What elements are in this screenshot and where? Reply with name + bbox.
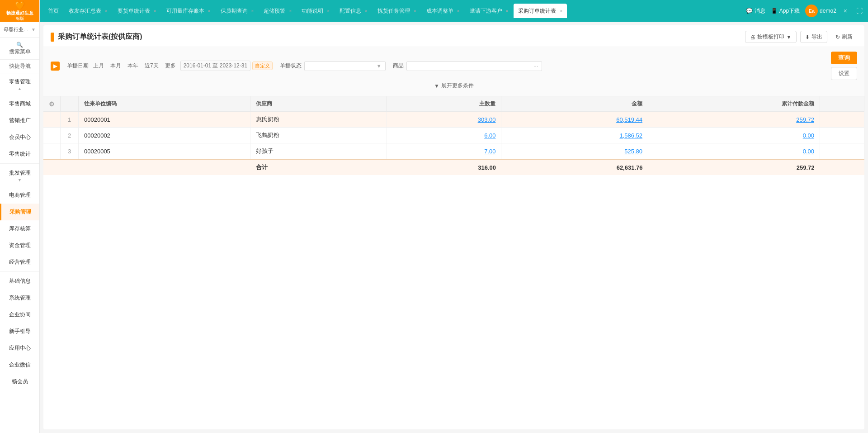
export-icon: ⬇ xyxy=(805,34,810,40)
sidebar-item-enterprise-collab[interactable]: 企业协同 xyxy=(0,306,39,323)
logo-icon: 🧡 xyxy=(6,0,33,10)
row-cumulative-payment-0[interactable]: 259.72 xyxy=(648,112,820,128)
date-prev-month[interactable]: 上月 xyxy=(91,61,106,71)
sidebar-item-inventory-check[interactable]: 库存核算 xyxy=(0,220,39,237)
filter-expand-icon[interactable]: ▶ xyxy=(51,62,60,71)
tab-func-desc[interactable]: 功能说明 × xyxy=(297,4,334,18)
sidebar-item-ops-mgmt[interactable]: 经营管理 xyxy=(0,254,39,271)
tab-purchase-order-stats-label: 采购订单统计表 xyxy=(518,7,556,15)
goods-label: 商品 xyxy=(393,62,404,70)
tab-config-info-label: 配置信息 xyxy=(340,7,361,15)
tab-stock-task[interactable]: 拣货任务管理 × xyxy=(373,4,421,18)
expand-more-container: ▼ 展开更多条件 xyxy=(51,80,857,91)
sidebar-item-retail-stats[interactable]: 零售统计 xyxy=(0,146,39,162)
tab-purchase-order-stats[interactable]: 采购订单统计表 × xyxy=(514,4,567,18)
account-selector[interactable]: 母婴行业演示账套 ▼ xyxy=(0,22,39,38)
sidebar-item-ecommerce-mgmt[interactable]: 电商管理 xyxy=(0,187,39,204)
tab-cost-adjust[interactable]: 成本调整单 × xyxy=(422,4,464,18)
tab-func-desc-close[interactable]: × xyxy=(327,9,330,14)
tab-home[interactable]: 首页 xyxy=(43,4,63,18)
data-table: ⚙ 往来单位编码 供应商 主数量 金额 累计付款金额 1 0002 xyxy=(43,96,864,175)
date-more[interactable]: 更多 xyxy=(163,61,178,71)
sidebar-search[interactable]: 🔍 搜索菜单 xyxy=(0,38,39,60)
sidebar-item-capital-mgmt[interactable]: 资金管理 xyxy=(0,237,39,254)
sidebar-item-retail-shop[interactable]: 零售商城 xyxy=(0,95,39,112)
row-cumulative-payment-1[interactable]: 0.00 xyxy=(648,128,820,143)
goods-input[interactable]: ··· xyxy=(406,61,542,71)
sidebar-item-wholesale-mgmt[interactable]: 批发管理 ▼ xyxy=(0,165,39,187)
tab-stock-task-close[interactable]: × xyxy=(414,9,416,14)
tab-cost-adjust-close[interactable]: × xyxy=(457,9,460,14)
app-download-btn[interactable]: 📱 App下载 xyxy=(771,7,800,15)
tab-cost-adjust-label: 成本调整单 xyxy=(426,7,453,15)
window-close-btn[interactable]: × xyxy=(842,7,849,14)
sidebar: 🧡 畅捷通好生意 标版 母婴行业演示账套 ▼ 🔍 搜索菜单 快捷导航 零售管理 … xyxy=(0,0,40,433)
refresh-btn[interactable]: ↻ 刷新 xyxy=(831,31,857,43)
expand-more-btn[interactable]: ▼ 展开更多条件 xyxy=(434,82,474,90)
row-cumulative-payment-2[interactable]: 0.00 xyxy=(648,143,820,160)
wholesale-arrow: ▼ xyxy=(18,178,22,182)
row-main-qty-2[interactable]: 7.00 xyxy=(387,143,501,160)
tab-config-info[interactable]: 配置信息 × xyxy=(335,4,372,18)
date-this-year[interactable]: 本年 xyxy=(126,61,140,71)
export-btn[interactable]: ⬇ 导出 xyxy=(800,31,827,43)
row-main-qty-1[interactable]: 6.00 xyxy=(387,128,501,143)
date-this-month[interactable]: 本月 xyxy=(108,61,123,71)
window-maximize-btn[interactable]: ⛶ xyxy=(854,7,864,14)
col-supplier-code: 往来单位编码 xyxy=(79,96,250,112)
goods-filter: 商品 ··· xyxy=(393,61,542,71)
tab-overstock-alert-close[interactable]: × xyxy=(289,9,292,14)
date-range-container: 2016-01-01 至 2023-12-31 自定义 xyxy=(180,61,273,71)
tab-collect-pay-label: 收发存汇总表 xyxy=(69,7,101,15)
row-main-qty-0[interactable]: 303.00 xyxy=(387,112,501,128)
tab-invite-downstream[interactable]: 邀请下游客户 × xyxy=(465,4,513,18)
row-amount-0[interactable]: 60,519.44 xyxy=(501,112,648,128)
message-btn[interactable]: 💬 消息 xyxy=(746,7,765,15)
settings-btn[interactable]: 设置 xyxy=(831,67,857,80)
row-amount-1[interactable]: 1,586.52 xyxy=(501,128,648,143)
date-range-input[interactable]: 2016-01-01 至 2023-12-31 xyxy=(180,61,250,71)
date-7days[interactable]: 近7天 xyxy=(143,61,160,71)
tab-invite-downstream-close[interactable]: × xyxy=(506,9,509,14)
user-profile[interactable]: Ea demo2 xyxy=(805,5,836,17)
tab-collect-pay-close[interactable]: × xyxy=(105,9,108,14)
row-amount-2[interactable]: 525.80 xyxy=(501,143,648,160)
table-settings-icon[interactable]: ⚙ xyxy=(49,100,55,108)
tab-overstock-alert[interactable]: 超储预警 × xyxy=(259,4,296,18)
tab-available-inv-close[interactable]: × xyxy=(208,9,211,14)
tab-goods-stats-label: 要货单统计表 xyxy=(118,7,150,15)
sidebar-item-sys-mgmt[interactable]: 系统管理 xyxy=(0,290,39,306)
sidebar-item-member-center[interactable]: 会员中心 xyxy=(0,129,39,146)
template-print-btn[interactable]: 🖨 按模板打印 ▼ xyxy=(745,31,797,43)
sidebar-item-basic-info[interactable]: 基础信息 xyxy=(0,273,39,290)
sidebar-quick-nav[interactable]: 快捷导航 xyxy=(0,60,39,73)
status-select[interactable]: ▼ xyxy=(304,61,386,71)
tab-config-info-close[interactable]: × xyxy=(365,9,368,14)
divider-2 xyxy=(0,271,39,272)
tab-shelf-life-close[interactable]: × xyxy=(251,9,254,14)
col-supplier-name: 供应商 xyxy=(250,96,387,112)
member-center-label: 会员中心 xyxy=(9,133,31,141)
sidebar-item-retail-mgmt[interactable]: 零售管理 ▲ xyxy=(0,73,39,95)
expand-down-icon: ▼ xyxy=(434,83,439,89)
tab-goods-stats[interactable]: 要货单统计表 × xyxy=(113,4,161,18)
sidebar-item-marketing[interactable]: 营销推广 xyxy=(0,112,39,129)
sidebar-item-new-guide[interactable]: 新手引导 xyxy=(0,323,39,340)
ops-label: 经营管理 xyxy=(9,258,31,266)
col-settings[interactable]: ⚙ xyxy=(43,96,61,112)
tab-available-inv[interactable]: 可用量库存账本 × xyxy=(162,4,215,18)
query-btn[interactable]: 查询 xyxy=(831,52,857,64)
tab-collect-pay[interactable]: 收发存汇总表 × xyxy=(64,4,112,18)
row-supplier-name-0: 惠氏奶粉 xyxy=(250,112,387,128)
sidebar-item-app-center[interactable]: 应用中心 xyxy=(0,340,39,357)
sidebar-item-member[interactable]: 畅会员 xyxy=(0,373,39,390)
tab-shelf-life[interactable]: 保质期查询 × xyxy=(216,4,259,18)
divider-1 xyxy=(0,163,39,164)
sidebar-item-purchase-mgmt[interactable]: 采购管理 xyxy=(0,204,39,220)
page-header: 采购订单统计表(按供应商) 🖨 按模板打印 ▼ ⬇ 导出 ↻ 刷新 xyxy=(43,25,864,47)
sidebar-item-enterprise-wechat[interactable]: 企业微信 xyxy=(0,357,39,373)
tab-goods-stats-close[interactable]: × xyxy=(154,9,156,14)
filter-toggle[interactable]: ▶ xyxy=(51,62,60,71)
tab-purchase-order-stats-close[interactable]: × xyxy=(560,9,562,14)
refresh-icon: ↻ xyxy=(835,34,840,40)
